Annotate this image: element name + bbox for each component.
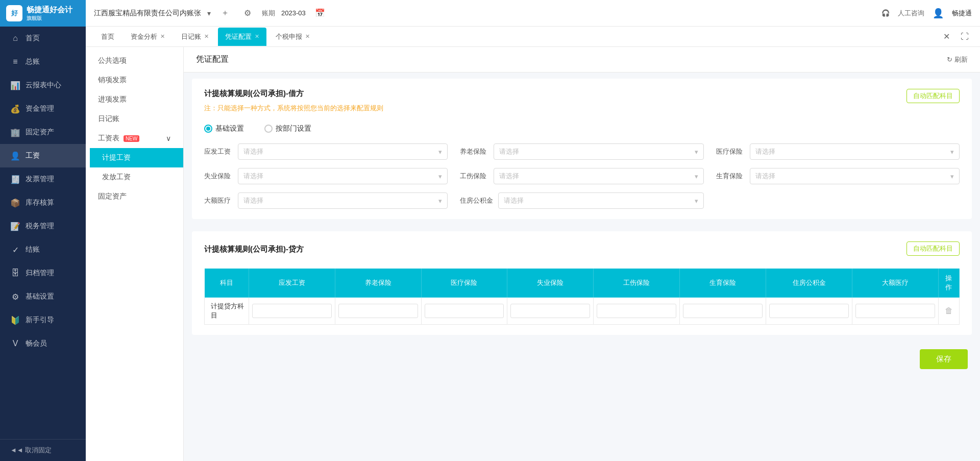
section-credit: 计提核算规则(公司承担)-贷方 自动匹配科目 科目 应发工资 养老保险 医疗保险… <box>192 231 972 335</box>
medical-select[interactable]: 请选择 ▾ <box>750 143 960 160</box>
sidebar: 好 畅捷通好会计 旗舰版 ⌂ 首页 ≡ 总账 📊 云报表中心 💰 资金管理 🏢 … <box>0 0 86 461</box>
sidebar-item-home[interactable]: ⌂ 首页 <box>0 27 86 50</box>
refresh-button[interactable]: ↻ 刷新 <box>947 55 968 64</box>
left-menu: 公共选项 销项发票 进项发票 日记账 工资表 NEW ∨ 计提工资 <box>86 47 184 461</box>
sidebar-item-archive[interactable]: 🗄 归档管理 <box>0 261 86 285</box>
medical-placeholder: 请选择 <box>755 147 775 156</box>
col-pension: 养老保险 <box>335 269 421 298</box>
add-button[interactable]: ＋ <box>217 5 233 21</box>
input-apply-salary[interactable] <box>252 304 332 318</box>
settings-icon: ⚙ <box>10 292 20 302</box>
save-area: 保存 <box>184 341 980 377</box>
sidebar-item-guide[interactable]: 🔰 新手引导 <box>0 308 86 332</box>
unemploy-arrow: ▾ <box>438 173 442 180</box>
input-medical[interactable] <box>425 304 504 318</box>
topbar: 江西服宝精品有限责任公司内账张 ▾ ＋ ⚙ 账期 2023-03 📅 🎧 人工咨… <box>86 0 980 27</box>
col-maternity: 生育保险 <box>680 269 766 298</box>
form-item-unemploy: 失业保险 请选择 ▾ <box>204 168 448 184</box>
sidebar-item-ledger[interactable]: ≡ 总账 <box>0 50 86 74</box>
form-item-maternity: 生育保险 请选择 ▾ <box>716 168 960 184</box>
unemploy-select[interactable]: 请选择 ▾ <box>238 168 448 184</box>
close-window-button[interactable]: ✕ <box>939 30 953 44</box>
tab-voucher[interactable]: 凭证配置 ✕ <box>218 28 266 46</box>
housing-arrow: ▾ <box>695 197 698 205</box>
sidebar-item-capital[interactable]: 💰 资金管理 <box>0 97 86 120</box>
sidebar-item-invoice-mgr[interactable]: 🧾 发票管理 <box>0 167 86 191</box>
housing-label: 住房公积金 <box>460 196 493 205</box>
tab-home[interactable]: 首页 <box>94 28 121 46</box>
sidebar-logo: 好 畅捷通好会计 旗舰版 <box>0 0 86 27</box>
dropdown-icon[interactable]: ▾ <box>207 9 211 17</box>
menu-item-fixed-assets[interactable]: 固定资产 <box>86 187 183 206</box>
input-pension[interactable] <box>338 304 418 318</box>
close-tab-tax[interactable]: ✕ <box>305 33 310 40</box>
calendar-icon[interactable]: 📅 <box>312 5 328 21</box>
work-injury-label: 工伤保险 <box>460 172 488 181</box>
menu-item-journal[interactable]: 日记账 <box>86 109 183 129</box>
tab-capital[interactable]: 资金分析 ✕ <box>124 28 172 46</box>
unemploy-label: 失业保险 <box>204 172 233 181</box>
tab-tax[interactable]: 个税申报 ✕ <box>268 28 317 46</box>
credit-table: 科目 应发工资 养老保险 医疗保险 失业保险 工伤保险 生育保险 住房公积金 大… <box>204 268 960 325</box>
save-button[interactable]: 保存 <box>920 349 968 369</box>
col-action: 操作 <box>938 269 959 298</box>
menu-item-pay-salary[interactable]: 发放工资 <box>90 167 183 187</box>
radio-dept[interactable]: 按部门设置 <box>264 124 311 133</box>
salary-submenu: 计提工资 发放工资 <box>86 148 183 187</box>
cell-pension <box>335 298 421 325</box>
apply-salary-label: 应发工资 <box>204 147 233 156</box>
input-maternity[interactable] <box>683 304 763 318</box>
content-area: 公共选项 销项发票 进项发票 日记账 工资表 NEW ∨ 计提工资 <box>86 47 980 461</box>
cancel-pin[interactable]: ◄◄ 取消固定 <box>0 439 86 461</box>
form-item-housing: 住房公积金 请选择 ▾ <box>460 192 703 209</box>
pension-select[interactable]: 请选择 ▾ <box>494 143 703 160</box>
housing-select[interactable]: 请选择 ▾ <box>498 192 703 209</box>
close-tab-journal[interactable]: ✕ <box>204 33 209 40</box>
auto-match-btn-debit[interactable]: 自动匹配科目 <box>906 89 960 103</box>
maternity-select[interactable]: 请选择 ▾ <box>750 168 960 184</box>
input-housing[interactable] <box>769 304 849 318</box>
sidebar-item-reports[interactable]: 📊 云报表中心 <box>0 74 86 97</box>
tab-journal[interactable]: 日记账 ✕ <box>174 28 216 46</box>
close-tab-capital[interactable]: ✕ <box>160 33 165 40</box>
settings-gear-button[interactable]: ⚙ <box>239 5 256 21</box>
section-debit: 计提核算规则(公司承担)-借方 注：只能选择一种方式，系统将按照您当前的选择来配… <box>192 79 972 219</box>
col-medical: 医疗保险 <box>421 269 507 298</box>
cell-medical <box>421 298 507 325</box>
sidebar-item-vip[interactable]: V 畅会员 <box>0 332 86 355</box>
delete-row-icon[interactable]: 🗑 <box>945 306 953 315</box>
form-item-apply-salary: 应发工资 请选择 ▾ <box>204 143 448 160</box>
menu-item-calc-salary[interactable]: 计提工资 <box>90 148 183 167</box>
auto-match-btn-credit[interactable]: 自动匹配科目 <box>906 241 960 256</box>
work-injury-select[interactable]: 请选择 ▾ <box>494 168 703 184</box>
maternity-placeholder: 请选择 <box>755 172 775 181</box>
big-medical-placeholder: 请选择 <box>243 196 263 205</box>
radio-basic[interactable]: 基础设置 <box>204 124 244 133</box>
maximize-button[interactable]: ⛶ <box>958 30 972 44</box>
sidebar-item-salary[interactable]: 👤 工资 <box>0 144 86 167</box>
close-tab-voucher[interactable]: ✕ <box>255 33 259 40</box>
input-unemploy[interactable] <box>510 304 590 318</box>
form-item-pension: 养老保险 请选择 ▾ <box>460 143 703 160</box>
sidebar-item-assets[interactable]: 🏢 固定资产 <box>0 120 86 144</box>
sidebar-item-tax[interactable]: 📝 税务管理 <box>0 214 86 238</box>
menu-item-public[interactable]: 公共选项 <box>86 51 183 70</box>
menu-item-sales[interactable]: 销项发票 <box>86 70 183 90</box>
company-name[interactable]: 江西服宝精品有限责任公司内账张 <box>94 9 201 18</box>
form-item-medical: 医疗保险 请选择 ▾ <box>716 143 960 160</box>
form-item-big-medical: 大额医疗 请选择 ▾ <box>204 192 448 209</box>
apply-salary-select[interactable]: 请选择 ▾ <box>238 143 448 160</box>
tax-icon: 📝 <box>10 222 20 231</box>
table-header-row: 科目 应发工资 养老保险 医疗保险 失业保险 工伤保险 生育保险 住房公积金 大… <box>205 269 960 298</box>
period-value[interactable]: 2023-03 <box>281 9 306 17</box>
menu-item-purchase[interactable]: 进项发票 <box>86 90 183 109</box>
service-label[interactable]: 人工咨询 <box>898 9 924 18</box>
input-work-injury[interactable] <box>597 304 676 318</box>
apply-salary-placeholder: 请选择 <box>243 147 263 156</box>
sidebar-item-inventory[interactable]: 📦 库存核算 <box>0 191 86 214</box>
sidebar-item-close[interactable]: ✓ 结账 <box>0 238 86 261</box>
big-medical-select[interactable]: 请选择 ▾ <box>238 192 448 209</box>
input-big-medical[interactable] <box>855 304 935 318</box>
sidebar-item-settings[interactable]: ⚙ 基础设置 <box>0 285 86 308</box>
menu-item-salary-table[interactable]: 工资表 NEW ∨ <box>86 129 183 148</box>
